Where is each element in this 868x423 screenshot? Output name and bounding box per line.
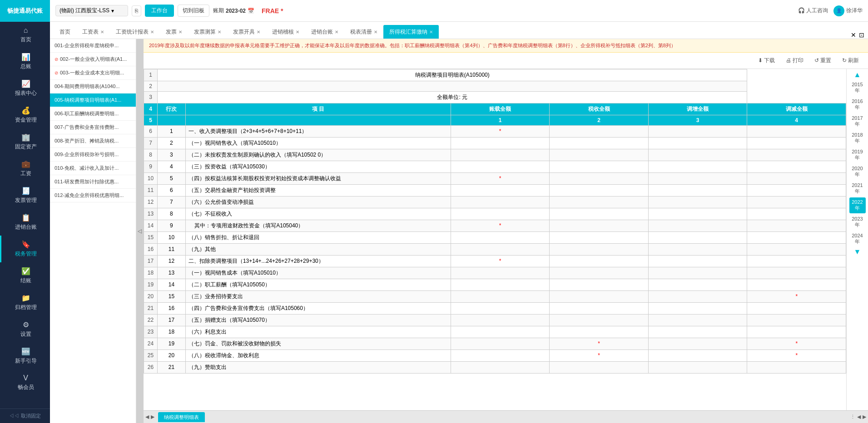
tab-salary-stats[interactable]: 工资统计报表 ✕ — [110, 25, 160, 39]
table-row: 13 8 （七）不征税收入 — [144, 208, 846, 220]
fixed-assets-icon: 🏢 — [21, 133, 30, 142]
left-panel-item-007[interactable]: 007-广告费和业务宣传费附... — [50, 121, 136, 134]
reset-button[interactable]: ↺ 重置 — [811, 55, 835, 66]
sidebar-item-invoice[interactable]: 🧾 发票管理 — [0, 182, 50, 209]
print-button[interactable]: 🖨 打印 — [782, 55, 807, 66]
tab-income-tax[interactable]: 所得税汇算缴纳 ✕ — [383, 25, 439, 39]
consult-button[interactable]: 🎧 人工咨询 — [798, 7, 828, 15]
year-up-button[interactable]: ▲ — [849, 71, 866, 79]
tab-purchase-ledger[interactable]: 进销台账 ✕ — [305, 25, 344, 39]
expand-button[interactable]: ⊡ — [859, 31, 864, 39]
home-icon: ⌂ — [24, 26, 28, 34]
year-2024[interactable]: 2024年 — [849, 231, 866, 247]
item-006-label: 006-职工薪酬纳税调整明细... — [55, 110, 119, 117]
year-2020[interactable]: 2020年 — [849, 164, 866, 180]
toggle-panel-button[interactable]: ◁ — [136, 39, 144, 423]
bottom-scroll-icon[interactable]: ⋮ — [850, 414, 855, 420]
sidebar-item-tax[interactable]: 🔖 税务管理 — [0, 236, 50, 262]
sidebar-item-assets-label: 资金管理 — [15, 116, 37, 124]
left-panel-item-006[interactable]: 006-职工薪酬纳税调整明细... — [50, 107, 136, 121]
tab-invoice-calc-close[interactable]: ✕ — [218, 30, 221, 34]
bottom-prev-icon[interactable]: ◀ — [857, 414, 861, 420]
copy-button[interactable]: ⎘ — [132, 5, 141, 16]
year-2017[interactable]: 2017年 — [849, 113, 866, 129]
workbench-button[interactable]: 工作台 — [145, 5, 174, 17]
left-panel-item-001[interactable]: 001-企业所得税年度纳税申... — [50, 39, 136, 53]
sidebar-item-closing[interactable]: ✅ 结账 — [0, 262, 50, 289]
sidebar-item-fixed-assets-label: 固定资产 — [15, 143, 37, 151]
sidebar-item-assets[interactable]: 💰 资金管理 — [0, 102, 50, 128]
sidebar-item-settings[interactable]: ⚙ 设置 — [0, 316, 50, 343]
sidebar-item-closing-label: 结账 — [20, 277, 31, 285]
tab-home[interactable]: 首页 — [54, 25, 76, 39]
left-panel-item-012[interactable]: 012-减免企业所得税优惠明细... — [50, 189, 136, 202]
tab-salary[interactable]: 工资表 ✕ — [76, 25, 110, 39]
sidebar-item-salary[interactable]: 💼 工资 — [0, 155, 50, 182]
sidebar-item-guide-label: 新手引导 — [15, 357, 37, 365]
left-panel-item-009[interactable]: 009-企业所得税弥补亏损明... — [50, 148, 136, 162]
tab-purchase-ledger-close[interactable]: ✕ — [335, 30, 338, 34]
tab-invoice-issue[interactable]: 发票开具 ✕ — [227, 25, 266, 39]
item-010-label: 010-免税、减计收入及加计... — [55, 165, 119, 172]
year-2016[interactable]: 2016年 — [849, 97, 866, 113]
sidebar: 畅捷通易代账 ⌂ 首页 📊 总账 📈 报表中心 💰 资金管理 🏢 固定资产 💼 … — [0, 0, 50, 423]
sidebar-item-reports-label: 报表中心 — [15, 89, 37, 97]
left-panel-item-003[interactable]: ⊘ 003-一般企业成本支出明细... — [50, 66, 136, 80]
tab-tax-table[interactable]: 税表清册 ✕ — [344, 25, 383, 39]
bottom-tab-adjust[interactable]: 纳税调整明细表 — [158, 412, 205, 422]
close-all-button[interactable]: ✕ — [851, 31, 856, 39]
year-2021[interactable]: 2021年 — [849, 181, 866, 197]
salary-icon: 💼 — [21, 160, 30, 168]
table-row: 12 7 （六）公允价值变动净损益 — [144, 196, 846, 208]
tab-tax-table-close[interactable]: ✕ — [374, 30, 377, 34]
year-2015[interactable]: 2015年 — [849, 80, 866, 96]
year-2023[interactable]: 2023年 — [849, 214, 866, 230]
sidebar-item-ledger[interactable]: 📊 总账 — [0, 48, 50, 75]
item-007-label: 007-广告费和业务宣传费附... — [55, 124, 119, 131]
sidebar-item-invoice-label: 发票管理 — [15, 197, 37, 204]
tab-purchase-check-close[interactable]: ✕ — [296, 30, 299, 34]
guide-icon: 🆕 — [21, 347, 30, 356]
left-panel-item-008[interactable]: 008-资产折旧、摊销及纳税... — [50, 134, 136, 148]
left-panel-item-002[interactable]: ⊘ 002-一般企业收入明细表(A1... — [50, 53, 136, 66]
year-2022[interactable]: 2022年 — [849, 197, 866, 213]
sidebar-item-archive[interactable]: 📁 归档管理 — [0, 289, 50, 316]
switch-button[interactable]: 切到旧板 — [178, 5, 209, 17]
left-panel-item-011[interactable]: 011-研发费用加计扣除优惠... — [50, 175, 136, 189]
sidebar-item-home-label: 首页 — [20, 36, 31, 44]
left-panel-item-010[interactable]: 010-免税、减计收入及加计... — [50, 162, 136, 175]
left-panel-item-005[interactable]: 005-纳税调整项目明细表(A1... — [50, 93, 136, 107]
frae-label: FRAE * — [258, 7, 287, 15]
tab-invoice[interactable]: 发票 ✕ — [160, 25, 188, 39]
company-selector[interactable]: (物副) 江西股宝-LSS ▾ — [55, 5, 128, 16]
year-down-button[interactable]: ▼ — [849, 248, 866, 256]
data-table: 1 纳税调整项目明细表(A105000) 2 3 全额单位 — [144, 69, 846, 374]
tab-salary-close[interactable]: ✕ — [100, 30, 104, 34]
toolbar: ⬇ 下载 🖨 打印 ↺ 重置 ↻ 刷新 — [144, 53, 868, 69]
scroll-left-icon[interactable]: ◀ — [145, 414, 149, 420]
sidebar-item-purchase[interactable]: 📋 进销台账 — [0, 209, 50, 236]
bottom-next-icon[interactable]: ▶ — [863, 414, 866, 420]
sidebar-item-home[interactable]: ⌂ 首页 — [0, 22, 50, 48]
sidebar-item-guide[interactable]: 🆕 新手引导 — [0, 343, 50, 369]
tab-invoice-calc[interactable]: 发票测算 ✕ — [188, 25, 227, 39]
tab-invoice-close[interactable]: ✕ — [179, 30, 182, 34]
sidebar-item-fixed-assets[interactable]: 🏢 固定资产 — [0, 128, 50, 155]
table-container[interactable]: 1 纳税调整项目明细表(A105000) 2 3 全额单位 — [144, 69, 846, 411]
user-info[interactable]: 👤 徐泽华 — [833, 5, 863, 16]
download-button[interactable]: ⬇ 下载 — [754, 55, 779, 66]
table-row: 22 17 （五）捐赠支出（填写A105070） — [144, 314, 846, 326]
unpin-button[interactable]: ◁◁ 取消固定 — [0, 408, 50, 423]
tab-invoice-issue-close[interactable]: ✕ — [257, 30, 260, 34]
sidebar-item-reports[interactable]: 📈 报表中心 — [0, 75, 50, 102]
sidebar-item-vip[interactable]: V 畅会员 — [0, 369, 50, 396]
year-2019[interactable]: 2019年 — [849, 147, 866, 163]
scroll-right-icon[interactable]: ▶ — [151, 414, 154, 420]
tab-income-tax-close[interactable]: ✕ — [429, 30, 433, 34]
year-2018[interactable]: 2018年 — [849, 130, 866, 146]
refresh-button[interactable]: ↻ 刷新 — [838, 55, 863, 66]
calendar-icon[interactable]: 📅 — [248, 8, 254, 14]
tab-salary-stats-close[interactable]: ✕ — [150, 30, 154, 34]
left-panel-item-004[interactable]: 004-期间费用明细表(A1040... — [50, 80, 136, 93]
tab-purchase-check[interactable]: 进销稽核 ✕ — [266, 25, 305, 39]
